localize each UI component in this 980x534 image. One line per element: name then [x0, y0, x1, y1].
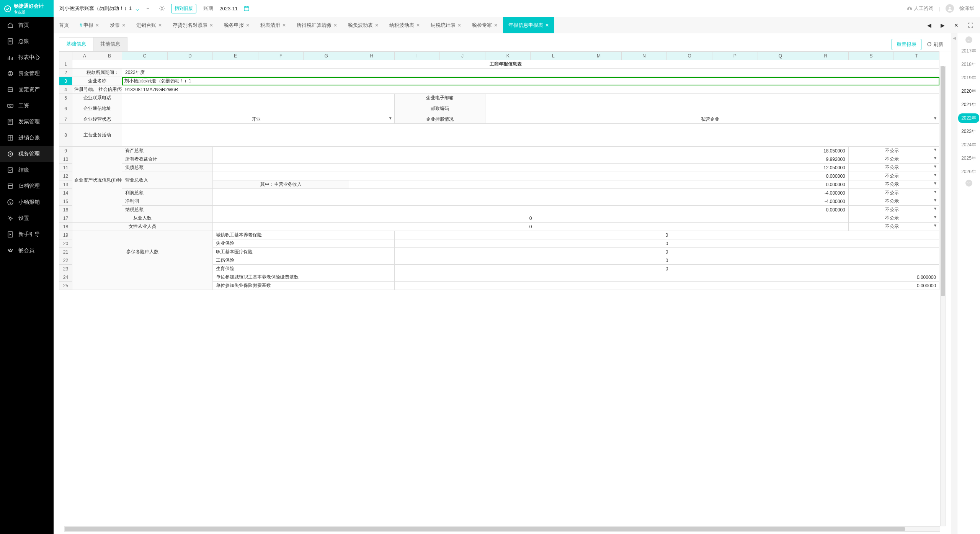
- nav-item-tax[interactable]: 税务管理: [0, 146, 54, 162]
- row-header[interactable]: 2: [59, 69, 72, 77]
- tab[interactable]: 税负波动表✕: [343, 17, 384, 33]
- nav-item-home[interactable]: 首页: [0, 17, 54, 33]
- nav-item-close[interactable]: 结账: [0, 162, 54, 178]
- row-header[interactable]: 16: [59, 206, 72, 214]
- tab[interactable]: 年报信息申报表✕: [503, 17, 554, 33]
- row-header[interactable]: 22: [59, 256, 72, 265]
- col-header[interactable]: J: [440, 52, 485, 60]
- row-header[interactable]: 24: [59, 273, 72, 282]
- tab[interactable]: 税检专家✕: [467, 17, 503, 33]
- status-select[interactable]: 开业▼: [122, 115, 395, 124]
- close-icon[interactable]: ✕: [416, 23, 420, 28]
- year-item[interactable]: 2022年: [958, 113, 979, 123]
- tab[interactable]: 纳税统计表✕: [425, 17, 467, 33]
- collapse-bar[interactable]: ◀: [951, 33, 957, 534]
- close-icon[interactable]: ✕: [209, 23, 213, 28]
- tab[interactable]: #申报✕: [74, 17, 105, 33]
- col-header[interactable]: I: [394, 52, 440, 60]
- col-header[interactable]: F: [258, 52, 304, 60]
- spreadsheet[interactable]: ABCDEFGHIJKLMNOPQRST1工商年报信息表2税款所属期间：2022…: [59, 51, 951, 534]
- row-header[interactable]: 19: [59, 231, 72, 239]
- close-icon[interactable]: ✕: [282, 23, 286, 28]
- vertical-scrollbar[interactable]: [940, 66, 946, 526]
- period-value[interactable]: 2023-11: [219, 6, 238, 11]
- user-name[interactable]: 徐泽华: [959, 5, 974, 12]
- tab[interactable]: 发票✕: [105, 17, 131, 33]
- close-icon[interactable]: ✕: [333, 23, 337, 28]
- support-link[interactable]: 人工咨询: [907, 5, 934, 12]
- nav-item-expense[interactable]: 小畅报销: [0, 194, 54, 210]
- row-header[interactable]: 9: [59, 147, 72, 155]
- avatar[interactable]: [946, 4, 954, 13]
- row-header[interactable]: 18: [59, 223, 72, 231]
- col-header[interactable]: G: [304, 52, 349, 60]
- row-header[interactable]: 13: [59, 180, 72, 189]
- tabs-close-icon[interactable]: ✕: [951, 21, 962, 30]
- row-header[interactable]: 5: [59, 94, 72, 102]
- tabs-prev-icon[interactable]: ◀: [924, 21, 934, 30]
- sheet-tab[interactable]: 其他信息: [93, 37, 127, 51]
- col-header[interactable]: D: [167, 52, 213, 60]
- nav-item-settings[interactable]: 设置: [0, 210, 54, 226]
- nav-item-archive[interactable]: 归档管理: [0, 178, 54, 194]
- row-header[interactable]: 11: [59, 164, 72, 172]
- tab[interactable]: 首页: [54, 17, 74, 33]
- year-up-icon[interactable]: ︿: [965, 36, 972, 43]
- account-name[interactable]: 刘小艳演示账套（勿删勿动！）1: [59, 5, 132, 12]
- year-down-icon[interactable]: ﹀: [965, 180, 972, 187]
- calendar-icon[interactable]: [244, 6, 249, 11]
- tab[interactable]: 税务申报✕: [219, 17, 255, 33]
- nav-item-vip[interactable]: 畅会员: [0, 242, 54, 259]
- row-header[interactable]: 10: [59, 155, 72, 164]
- tab[interactable]: 存货别名对照表✕: [167, 17, 219, 33]
- close-icon[interactable]: ✕: [122, 23, 126, 28]
- col-header[interactable]: R: [803, 52, 849, 60]
- col-header[interactable]: K: [485, 52, 531, 60]
- close-icon[interactable]: ✕: [95, 23, 99, 28]
- col-header[interactable]: H: [349, 52, 395, 60]
- switch-old-button[interactable]: 切到旧版: [171, 4, 196, 13]
- row-header[interactable]: 8: [59, 124, 72, 147]
- year-item[interactable]: 2023年: [958, 127, 979, 136]
- row-header[interactable]: 17: [59, 214, 72, 223]
- fullscreen-icon[interactable]: ⛶: [965, 21, 976, 30]
- col-header[interactable]: O: [667, 52, 712, 60]
- company-name-cell[interactable]: 刘小艳演示账套（勿删勿动！）1: [122, 77, 939, 85]
- col-header[interactable]: Q: [758, 52, 803, 60]
- row-header[interactable]: 15: [59, 197, 72, 206]
- row-header[interactable]: 6: [59, 102, 72, 115]
- row-header[interactable]: 21: [59, 248, 72, 256]
- tab[interactable]: 纳税波动表✕: [384, 17, 425, 33]
- nav-item-fund[interactable]: 资金管理: [0, 66, 54, 82]
- col-header[interactable]: E: [213, 52, 258, 60]
- nav-item-stock[interactable]: 进销台账: [0, 130, 54, 146]
- col-header[interactable]: S: [848, 52, 894, 60]
- nav-item-asset[interactable]: 固定资产: [0, 82, 54, 98]
- tab[interactable]: 进销台账✕: [131, 17, 167, 33]
- col-header[interactable]: A: [72, 52, 97, 60]
- gear-icon[interactable]: [157, 4, 167, 13]
- close-icon[interactable]: ✕: [158, 23, 162, 28]
- row-header[interactable]: 4: [59, 85, 72, 94]
- close-icon[interactable]: ✕: [246, 23, 250, 28]
- row-header[interactable]: 23: [59, 265, 72, 273]
- col-header[interactable]: B: [97, 52, 122, 60]
- row-header[interactable]: 14: [59, 189, 72, 197]
- year-item[interactable]: 2020年: [958, 87, 979, 96]
- close-icon[interactable]: ✕: [494, 23, 498, 28]
- nav-item-invoice[interactable]: 发票管理: [0, 114, 54, 130]
- nav-item-guide[interactable]: 新手引导: [0, 226, 54, 242]
- close-icon[interactable]: ✕: [545, 23, 549, 28]
- year-item[interactable]: 2021年: [958, 100, 979, 110]
- row-header[interactable]: 1: [59, 60, 72, 69]
- close-icon[interactable]: ✕: [375, 23, 379, 28]
- col-header[interactable]: P: [712, 52, 758, 60]
- col-header[interactable]: M: [576, 52, 622, 60]
- col-header[interactable]: N: [621, 52, 667, 60]
- holding-select[interactable]: 私营企业▼: [485, 115, 939, 124]
- chevron-down-icon[interactable]: ⌵: [136, 5, 139, 12]
- horizontal-scrollbar[interactable]: [64, 526, 940, 532]
- close-icon[interactable]: ✕: [457, 23, 461, 28]
- row-header[interactable]: 25: [59, 282, 72, 290]
- tab[interactable]: 税表清册✕: [255, 17, 291, 33]
